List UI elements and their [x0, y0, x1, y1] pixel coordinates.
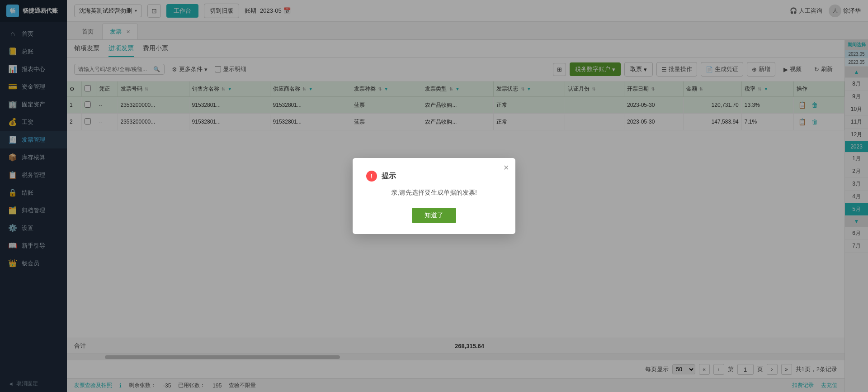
- modal-title-row: ! 提示: [366, 171, 502, 182]
- modal-message: 亲,请先选择要生成单据的发票!: [366, 189, 502, 197]
- modal-confirm-button[interactable]: 知道了: [412, 208, 456, 223]
- modal-footer: 知道了: [366, 208, 502, 223]
- modal-title: 提示: [382, 172, 396, 181]
- modal-overlay: ✕ ! 提示 亲,请先选择要生成单据的发票! 知道了: [0, 0, 868, 392]
- warning-icon: !: [366, 171, 377, 182]
- modal-dialog: ✕ ! 提示 亲,请先选择要生成单据的发票! 知道了: [353, 158, 515, 234]
- modal-close-button[interactable]: ✕: [503, 163, 509, 172]
